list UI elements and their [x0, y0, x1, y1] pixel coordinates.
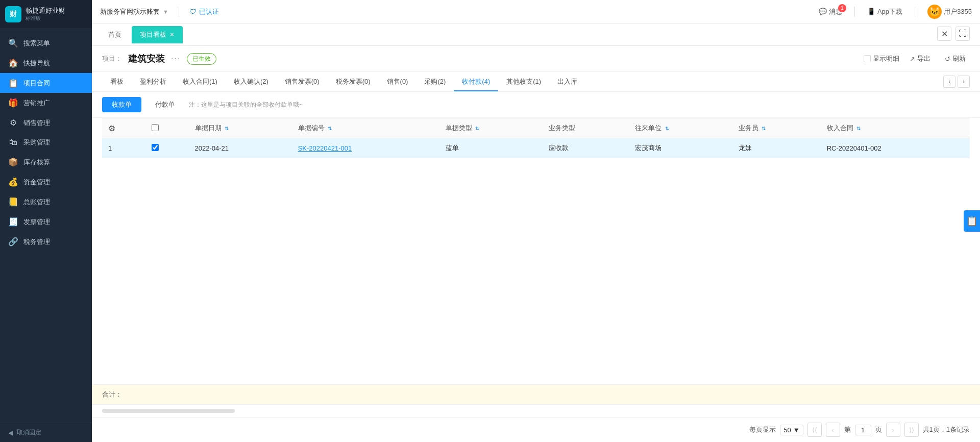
project-header: 项目： 建筑安装 ··· 已生效 显示明细 ↗ 导出 ↺ 刷新: [92, 46, 980, 72]
unpin-icon: ◀: [8, 429, 13, 436]
export-icon: ↗: [910, 55, 915, 63]
close-button[interactable]: ✕: [937, 27, 951, 41]
table-header-row: ⚙ 单据日期 ⇅ 单据编号 ⇅: [102, 118, 970, 138]
column-type[interactable]: 单据类型 ⇅: [439, 118, 543, 138]
nav-label-purchase-mgmt: 采购管理: [23, 138, 50, 147]
column-partner[interactable]: 往来单位 ⇅: [629, 118, 732, 138]
maximize-button[interactable]: ⛶: [955, 27, 970, 41]
page-size-dropdown-icon: ▼: [793, 426, 800, 434]
sidebar-item-purchase-mgmt[interactable]: 🛍采购管理: [0, 133, 92, 152]
prev-page-btn[interactable]: ‹: [826, 423, 840, 437]
horizontal-scrollbar[interactable]: [92, 405, 980, 417]
sub-nav-item-income-contract[interactable]: 收入合同(1): [175, 72, 226, 91]
refresh-icon: ↺: [945, 55, 950, 63]
next-page-btn[interactable]: ›: [886, 423, 900, 437]
row-checkbox-cell[interactable]: [145, 138, 189, 158]
sidebar-item-capital-mgmt[interactable]: 💰资金管理: [0, 172, 92, 192]
sub-nav-item-sales[interactable]: 销售(0): [379, 72, 416, 91]
sidebar-item-tax-mgmt[interactable]: 🔗税务管理: [0, 232, 92, 252]
sub-nav-item-collection[interactable]: 收付款(4): [454, 72, 498, 91]
user-menu[interactable]: 🐱 用户3355: [927, 5, 972, 19]
page-number-input[interactable]: 1: [855, 425, 871, 435]
certified-label: 已认证: [199, 7, 219, 16]
float-action-btn[interactable]: 📋: [964, 210, 980, 232]
project-selector[interactable]: 新服务官网演示账套 ▼: [100, 7, 168, 16]
sidebar: 财 畅捷通好业财 标准版 🔍搜索菜单🏠快捷导航📋项目合同🎁营销推广⚙销售管理🛍采…: [0, 0, 92, 442]
column-settings[interactable]: ⚙: [102, 118, 145, 138]
sub-nav-item-kanban[interactable]: 看板: [102, 72, 132, 91]
sub-nav-arrows: ‹›: [943, 76, 970, 88]
nav-label-inventory: 库存核算: [23, 158, 50, 167]
sub-nav-item-income-confirm[interactable]: 收入确认(2): [226, 72, 277, 91]
row-number-link[interactable]: SK-20220421-001: [298, 144, 352, 152]
refresh-btn[interactable]: ↺ 刷新: [941, 52, 970, 65]
tab-project-board[interactable]: 项目看板✕: [132, 26, 183, 43]
sidebar-item-ledger[interactable]: 📒总账管理: [0, 192, 92, 212]
tab-home[interactable]: 首页: [100, 26, 130, 43]
tab-close-project-board[interactable]: ✕: [169, 32, 175, 38]
sidebar-item-sales-mgmt[interactable]: ⚙销售管理: [0, 113, 92, 133]
more-options-btn[interactable]: ···: [171, 54, 181, 63]
scrollbar-thumb[interactable]: [102, 409, 235, 413]
column-date[interactable]: 单据日期 ⇅: [189, 118, 292, 138]
first-page-btn[interactable]: ⟨⟨: [807, 423, 822, 437]
sub-tab-btn-payment[interactable]: 付款单: [145, 97, 185, 112]
table-row[interactable]: 1 2022-04-21 SK-20220421-001 蓝单 应收款 宏茂商场…: [102, 138, 970, 158]
nav-icon-ledger: 📒: [8, 197, 18, 207]
row-checkbox[interactable]: [152, 144, 159, 151]
last-page-btn[interactable]: ⟩⟩: [904, 423, 919, 437]
sub-nav-item-profit-analysis[interactable]: 盈利分析: [132, 72, 175, 91]
refresh-label: 刷新: [952, 54, 966, 63]
sidebar-item-project-contract[interactable]: 📋项目合同: [0, 73, 92, 93]
show-detail-toggle[interactable]: 显示明细: [864, 54, 899, 63]
main-content: 新服务官网演示账套 ▼ 🛡 已认证 💬 消息 1 📱 App下载 🐱 用户335…: [92, 0, 980, 442]
select-all-checkbox[interactable]: [152, 124, 159, 131]
phone-icon: 📱: [867, 8, 875, 15]
column-biz-type[interactable]: 业务类型: [543, 118, 629, 138]
nav-icon-purchase-mgmt: 🛍: [8, 138, 18, 147]
tab-label-home: 首页: [108, 30, 121, 39]
sidebar-item-inventory[interactable]: 📦库存核算: [0, 152, 92, 172]
avatar: 🐱: [927, 5, 942, 19]
topbar: 新服务官网演示账套 ▼ 🛡 已认证 💬 消息 1 📱 App下载 🐱 用户335…: [92, 0, 980, 23]
row-partner: 宏茂商场: [629, 138, 732, 158]
sidebar-item-search[interactable]: 🔍搜索菜单: [0, 33, 92, 53]
sidebar-item-quick-nav[interactable]: 🏠快捷导航: [0, 53, 92, 73]
column-salesperson[interactable]: 业务员 ⇅: [732, 118, 821, 138]
sub-nav-item-sales-invoice[interactable]: 销售发票(0): [277, 72, 328, 91]
sub-nav-item-purchase[interactable]: 采购(2): [416, 72, 454, 91]
sub-nav-item-warehouse[interactable]: 出入库: [549, 72, 585, 91]
column-number[interactable]: 单据编号 ⇅: [292, 118, 439, 138]
edition-label: 标准版: [26, 15, 65, 22]
page-size-select[interactable]: 50 ▼: [780, 425, 803, 435]
sub-tab-btn-receipt[interactable]: 收款单: [102, 97, 141, 112]
nav-label-invoice-mgmt: 发票管理: [23, 217, 50, 227]
sub-tab-hint: 注：这里是与项目关联的全部收付款单哦~: [189, 101, 303, 109]
show-detail-checkbox[interactable]: [864, 55, 871, 62]
nav-label-capital-mgmt: 资金管理: [23, 178, 50, 187]
column-income-contract[interactable]: 收入合同 ⇅: [821, 118, 970, 138]
app-download-btn[interactable]: 📱 App下载: [867, 7, 902, 16]
window-controls: ✕ ⛶: [937, 27, 970, 41]
nav-label-ledger: 总账管理: [23, 198, 50, 207]
sidebar-item-marketing[interactable]: 🎁营销推广: [0, 93, 92, 113]
sub-nav-item-other-income[interactable]: 其他收支(1): [498, 72, 549, 91]
export-btn[interactable]: ↗ 导出: [905, 52, 935, 65]
row-number[interactable]: SK-20220421-001: [292, 138, 439, 158]
sort-icon: ⇅: [856, 126, 861, 131]
nav-icon-quick-nav: 🏠: [8, 58, 18, 68]
row-date: 2022-04-21: [189, 138, 292, 158]
nav-icon-capital-mgmt: 💰: [8, 177, 18, 187]
gear-icon[interactable]: ⚙: [108, 124, 115, 133]
sub-nav-next-btn[interactable]: ›: [958, 76, 970, 88]
column-checkbox[interactable]: [145, 118, 189, 138]
sub-nav-item-tax-invoice[interactable]: 税务发票(0): [328, 72, 379, 91]
message-btn[interactable]: 💬 消息 1: [819, 7, 842, 16]
sidebar-item-invoice-mgmt[interactable]: 🧾发票管理: [0, 212, 92, 232]
sidebar-footer-unpin[interactable]: ◀ 取消固定: [0, 423, 92, 442]
nav-icon-invoice-mgmt: 🧾: [8, 217, 18, 227]
sub-nav-prev-btn[interactable]: ‹: [943, 76, 955, 88]
row-income-contract: RC-20220401-002: [821, 138, 970, 158]
sort-icon: ⇅: [665, 126, 669, 131]
row-seq: 1: [102, 138, 145, 158]
